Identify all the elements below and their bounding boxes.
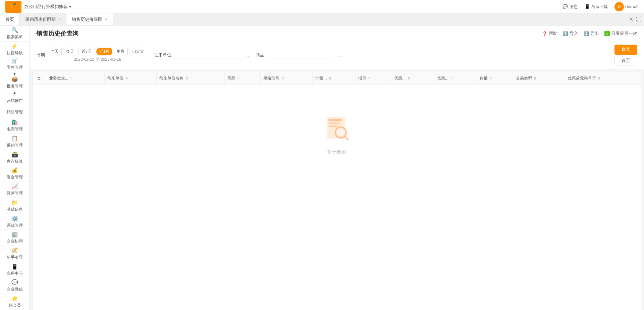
ecommerce-icon: 🛍️ (11, 119, 18, 125)
guide-icon: 🧭 (11, 247, 18, 254)
import-icon: ⬆️ (563, 31, 568, 36)
sort-icon-counterpart-name: ⇅ (185, 76, 188, 80)
wholesale-arrow: ▲ (13, 90, 17, 95)
message-icon: 💬 (562, 4, 568, 9)
app-title-dropdown[interactable]: 办公用品行业模拟账套 ▾ (24, 4, 71, 10)
export-btn[interactable]: ⬇️ 导出 (584, 31, 599, 37)
message-btn[interactable]: 💬 消息 (562, 4, 578, 10)
sidebar-item-basic-info[interactable]: 📁 基础信息 (0, 198, 29, 214)
counterpart-dots: ... (245, 53, 249, 58)
help-btn[interactable]: ❓ 帮助 (542, 31, 557, 37)
sidebar-item-retail-mgmt[interactable]: 🛒 零售管理 ▼ (0, 57, 29, 76)
app-download-btn[interactable]: 📱 App下载 (585, 4, 608, 10)
inventory-icon: 🗃️ (11, 151, 18, 158)
th-unit[interactable]: 计量... ⇅ (313, 72, 355, 85)
th-discount2[interactable]: 优惠... ⇅ (434, 72, 477, 85)
tabs-right-actions: ✕ ⛶ (626, 13, 644, 25)
basic-info-icon: 📁 (11, 199, 18, 206)
product-input[interactable] (267, 52, 334, 58)
wholesale-icon: 📦 (11, 76, 18, 83)
empty-state: 暂无数据 (33, 85, 641, 182)
sidebar-item-finance[interactable]: 💰 资金管理 (0, 166, 29, 182)
operations-icon: 📈 (11, 183, 18, 190)
tab-purchase-history-close[interactable]: × (58, 17, 61, 22)
sort-icon-trade-type: ⇅ (534, 76, 536, 80)
page-title: 销售历史价查询 (36, 30, 78, 38)
th-gear[interactable]: ⚙ (33, 72, 46, 85)
date-btn-today[interactable]: 今天 (63, 48, 77, 55)
sort-icon-pre-tax-price: ⇅ (598, 76, 600, 80)
tab-sales-history-close[interactable]: × (105, 17, 107, 22)
sidebar-item-search-menu[interactable]: 🔍 搜索菜单 (0, 25, 29, 42)
product-dots: ... (338, 53, 342, 58)
th-pre-tax-price[interactable]: 优惠前无税单价 ⇅ (565, 72, 641, 85)
sort-icon-counterpart-code: ⇅ (125, 76, 128, 80)
main-layout: 🔍 搜索菜单 ⚡ 快捷导航 🛒 零售管理 ▼ 📦 批发管理 ▲ 营销推广 销售管… (0, 25, 644, 310)
user-menu[interactable]: D demo2 (614, 2, 639, 11)
tab-sales-history[interactable]: 销售历史价跟踪 × (66, 13, 113, 25)
query-button[interactable]: 查询 (614, 45, 637, 55)
sidebar-item-inventory[interactable]: 🗃️ 库存核算 (0, 150, 29, 166)
sort-icon-discount2: ⇅ (450, 76, 453, 80)
sidebar-item-sales-mgmt[interactable]: 销售管理 (0, 106, 29, 118)
th-counterpart-code[interactable]: 往来单位 ⇅ (105, 72, 157, 85)
product-label: 商品 (256, 52, 264, 58)
retail-icon: 🛒 (11, 57, 18, 64)
sidebar: 🔍 搜索菜单 ⚡ 快捷导航 🛒 零售管理 ▼ 📦 批发管理 ▲ 营销推广 销售管… (0, 25, 30, 310)
date-btn-yesterday[interactable]: 昨天 (48, 48, 62, 55)
filter-bar: 日期 昨天 今天 近7天 近1月 更多 自定义 2023-02-18 至 202… (30, 41, 644, 69)
close-tab-btn[interactable]: ✕ (629, 16, 633, 22)
sidebar-item-quick-nav[interactable]: ⚡ 快捷导航 (0, 42, 29, 58)
sidebar-item-system[interactable]: ⚙️ 系统管理 (0, 214, 29, 230)
sidebar-item-marketing[interactable]: 营销推广 (0, 95, 29, 106)
date-range-text: 2023-02-18 至 2023-03-18 (74, 57, 121, 62)
sidebar-item-wholesale-mgmt[interactable]: 📦 批发管理 ▲ (0, 76, 29, 95)
sidebar-item-enterprise[interactable]: 🏢 企业协同 (0, 230, 29, 246)
date-btn-more[interactable]: 更多 (114, 48, 128, 55)
th-qty[interactable]: 数量 ⇅ (477, 72, 513, 85)
sidebar-item-purchase-mgmt[interactable]: 📋 采购管理 (0, 134, 29, 150)
dropdown-icon: ▾ (69, 4, 71, 9)
counterpart-input[interactable] (174, 52, 241, 58)
th-spec[interactable]: 规格型号 ⇅ (261, 72, 313, 85)
search-menu-icon: 🔍 (11, 27, 18, 33)
th-biz-date[interactable]: 业务发生... ⇅ (46, 72, 105, 85)
app-center-icon: 📱 (11, 263, 18, 270)
sidebar-item-app-center[interactable]: 📱 应用中心 (0, 262, 29, 278)
th-counterpart-name[interactable]: 往来单位名称 ⇅ (157, 72, 225, 85)
th-quote[interactable]: 报价 ⇅ (355, 72, 391, 85)
sidebar-item-member[interactable]: ⭐ 畅会员 (0, 294, 29, 310)
logo: 🍊 (5, 1, 21, 13)
system-icon: ⚙️ (11, 215, 18, 222)
empty-svg (320, 112, 354, 145)
sidebar-item-ecommerce[interactable]: 🛍️ 电商管理 (0, 118, 29, 134)
topbar-right: 💬 消息 📱 App下载 D demo2 (562, 2, 639, 11)
tab-purchase-history[interactable]: 采购历史价跟踪 × (20, 13, 66, 25)
sidebar-item-operations[interactable]: 📈 经营管理 (0, 182, 29, 198)
data-table: ⚙ 业务发生... ⇅ 往来单位 ⇅ 往来单位名称 ⇅ (33, 72, 641, 85)
maximize-btn[interactable]: ⛶ (636, 16, 641, 22)
th-trade-type[interactable]: 交易类型 ⇅ (513, 72, 565, 85)
import-btn[interactable]: ⬆️ 导入 (563, 31, 578, 37)
sidebar-item-wechat[interactable]: 💬 企业微信 (0, 278, 29, 294)
logo-icon: 🍊 (10, 3, 17, 10)
date-btn-custom[interactable]: 自定义 (129, 48, 147, 55)
content-area: 销售历史价查询 ❓ 帮助 ⬆️ 导入 ⬇️ 导出 只看最后一次 (30, 25, 644, 310)
date-btn-7days[interactable]: 近7天 (78, 48, 95, 55)
filter-actions: 查询 设置 (614, 45, 637, 65)
th-discount1[interactable]: 优惠... ⇅ (391, 72, 434, 85)
sort-icon-spec: ⇅ (281, 76, 284, 80)
sort-icon-biz-date: ⇅ (70, 76, 73, 80)
app-icon: 📱 (585, 4, 590, 9)
settings-button[interactable]: 设置 (614, 56, 637, 65)
counterpart-filter-group: 往来单位 ... (154, 52, 249, 58)
sort-icon-qty: ⇅ (489, 76, 492, 80)
tab-home[interactable]: 首页 (0, 13, 20, 25)
th-product[interactable]: 商品 ⇅ (224, 72, 261, 85)
tabs-bar: 首页 采购历史价跟踪 × 销售历史价跟踪 × ✕ ⛶ (0, 13, 644, 25)
date-filter-group: 日期 昨天 今天 近7天 近1月 更多 自定义 2023-02-18 至 202… (36, 48, 147, 62)
sidebar-item-guide[interactable]: 🧭 新手引导 (0, 246, 29, 262)
date-btn-1month[interactable]: 近1月 (96, 48, 113, 55)
only-last-checkbox[interactable]: 只看最后一次 (604, 31, 637, 37)
finance-icon: 💰 (11, 167, 18, 173)
